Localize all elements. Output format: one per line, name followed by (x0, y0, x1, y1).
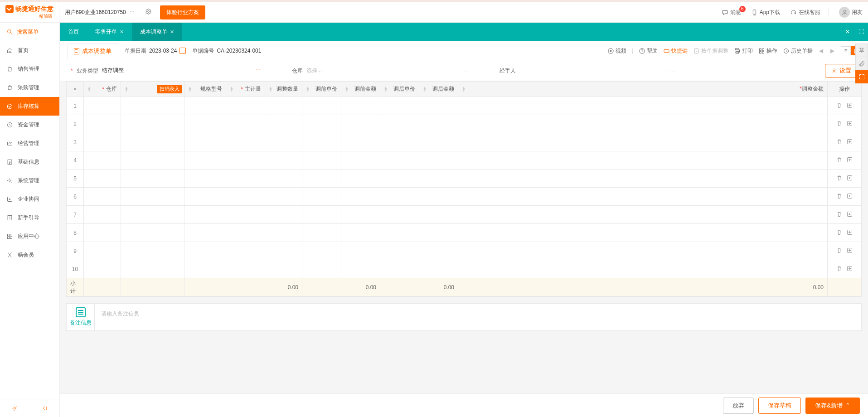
table-row[interactable]: 1 (67, 97, 861, 115)
next-doc-button[interactable]: ▶ (829, 48, 835, 54)
table-row[interactable]: 7 (67, 206, 861, 224)
save-draft-button[interactable]: 保存草稿 (758, 398, 801, 414)
col-mainqty[interactable]: ▲▼*主计量 (226, 82, 265, 97)
handler-select[interactable]: ··· (519, 64, 676, 78)
sidebar-item-4[interactable]: 资金管理 (0, 116, 59, 134)
sidebar-item-1[interactable]: 销售管理 (0, 60, 59, 78)
save-new-button[interactable]: 保存&新增⌃ (805, 398, 860, 414)
sidebar-item-5[interactable]: 经营管理 (0, 134, 59, 153)
industry-cta-button[interactable]: 体验行业方案 (160, 5, 205, 19)
tab-close-icon[interactable]: ✕ (170, 29, 174, 35)
row-delete-icon[interactable] (836, 211, 843, 219)
remark-input[interactable] (95, 304, 861, 330)
biz-type-select[interactable]: 结存调整 ﹀ (102, 64, 261, 78)
tabs-expand-button[interactable]: ⛶ (854, 25, 868, 39)
row-delete-icon[interactable] (836, 193, 843, 201)
sidebar-item-6[interactable]: 基础信息 (0, 153, 59, 171)
rail-draft-button[interactable]: 草 (855, 44, 868, 57)
col-adjamt[interactable]: ▲▼*调整金额 (458, 82, 828, 97)
tab-2[interactable]: 成本调整单✕ (132, 23, 182, 41)
table-row[interactable]: 6 (67, 188, 861, 206)
view-list-button[interactable]: ≡ (841, 46, 851, 55)
sidebar-item-11[interactable]: 畅会员 (0, 246, 59, 264)
settings-gear-icon[interactable] (145, 8, 152, 16)
svg-rect-17 (694, 48, 698, 53)
messages-link[interactable]: 消息 6 (722, 9, 741, 16)
rail-expand-button[interactable] (855, 70, 868, 83)
help-action[interactable]: 帮助 (639, 47, 658, 55)
tab-1[interactable]: 零售开单✕ (87, 23, 132, 41)
prev-doc-button[interactable]: ◀ (818, 48, 824, 54)
row-add-icon[interactable] (846, 265, 853, 273)
support-link[interactable]: 在线客服 (790, 9, 820, 16)
row-add-icon[interactable] (846, 175, 853, 183)
col-config-button[interactable] (67, 82, 84, 97)
sidebar-footer-settings[interactable] (0, 399, 30, 417)
sidebar-search[interactable]: 搜索菜单 (0, 23, 59, 41)
row-delete-icon[interactable] (836, 247, 843, 255)
table-row[interactable]: 8 (67, 224, 861, 242)
history-action[interactable]: 历史单据 (783, 47, 813, 55)
bydoc-action[interactable]: 按单据调整 (693, 47, 728, 55)
sidebar-item-10[interactable]: 应用中心 (0, 227, 59, 246)
sidebar-item-7[interactable]: 系统管理 (0, 171, 59, 190)
sidebar-item-2[interactable]: 采购管理 (0, 78, 59, 97)
row-delete-icon[interactable] (836, 229, 843, 237)
row-add-icon[interactable] (846, 156, 853, 165)
col-postamt[interactable]: ▲▼调后金额 (419, 82, 458, 97)
sidebar-item-0[interactable]: 首页 (0, 41, 59, 60)
col-spec[interactable]: ▲▼规格型号 (184, 82, 226, 97)
tab-0[interactable]: 首页 (60, 23, 87, 41)
table-row[interactable]: 2 (67, 115, 861, 133)
table-row[interactable]: 3 (67, 133, 861, 151)
user-menu[interactable]: 用友 (839, 7, 863, 18)
table-row[interactable]: 4 (67, 151, 861, 170)
chevron-up-icon: ⌃ (845, 402, 850, 409)
row-delete-icon[interactable] (836, 265, 843, 273)
row-add-icon[interactable] (846, 102, 853, 110)
sidebar-item-8[interactable]: 企业协同 (0, 190, 59, 208)
tenant-selector[interactable]: 用户690企业1660120750 ﹀ (59, 2, 141, 22)
row-delete-icon[interactable] (836, 175, 843, 183)
discard-button[interactable]: 放弃 (723, 398, 754, 414)
row-delete-icon[interactable] (836, 102, 843, 110)
remark-label: 备注信息 (70, 319, 92, 327)
sidebar-collapse-button[interactable] (30, 399, 60, 417)
col-warehouse[interactable]: ▲▼*仓库 (84, 82, 121, 97)
row-add-icon[interactable] (846, 247, 853, 255)
col-preamt[interactable]: ▲▼调前金额 (341, 82, 380, 97)
rail-attach-button[interactable] (855, 57, 868, 70)
svg-point-27 (74, 88, 76, 90)
sidebar-item-9[interactable]: 新手引导 (0, 208, 59, 227)
row-delete-icon[interactable] (836, 138, 843, 146)
shortcut-action[interactable]: 快捷键 (663, 47, 688, 55)
tabs-close-button[interactable]: ✕ (841, 25, 854, 39)
row-add-icon[interactable] (846, 229, 853, 237)
warehouse-select[interactable]: 选择... ··· (306, 64, 469, 78)
scan-badge[interactable]: 扫码录入 (157, 85, 182, 93)
ops-action[interactable]: 操作 (758, 47, 777, 55)
row-delete-icon[interactable] (836, 120, 843, 128)
print-action[interactable]: 打印 (734, 47, 753, 55)
col-product[interactable]: ▲▼*商品扫码录入 (121, 82, 184, 97)
col-adjqty[interactable]: ▲▼调整数量 (265, 82, 302, 97)
table-row[interactable]: 9 (67, 242, 861, 260)
col-postprice[interactable]: ▲▼调后单价 (380, 82, 419, 97)
tab-close-icon[interactable]: ✕ (120, 29, 124, 35)
video-action[interactable]: 视频 (607, 47, 626, 55)
doc-date-label: 单据日期 (125, 47, 146, 55)
row-add-icon[interactable] (846, 138, 853, 146)
sidebar-search-label: 搜索菜单 (17, 28, 39, 36)
table-row[interactable]: 10 (67, 260, 861, 278)
svg-rect-23 (760, 51, 761, 53)
col-preprice[interactable]: ▲▼调前单价 (302, 82, 341, 97)
sidebar-item-3[interactable]: 库存核算 (0, 97, 59, 116)
row-delete-icon[interactable] (836, 156, 843, 165)
table-row[interactable]: 5 (67, 170, 861, 188)
app-download-link[interactable]: App下载 (751, 9, 780, 16)
settings-button[interactable]: 设置 (825, 64, 857, 78)
row-add-icon[interactable] (846, 211, 853, 219)
row-add-icon[interactable] (846, 193, 853, 201)
row-add-icon[interactable] (846, 120, 853, 128)
doc-date-field[interactable]: 单据日期 2023-03-24 (125, 47, 186, 55)
